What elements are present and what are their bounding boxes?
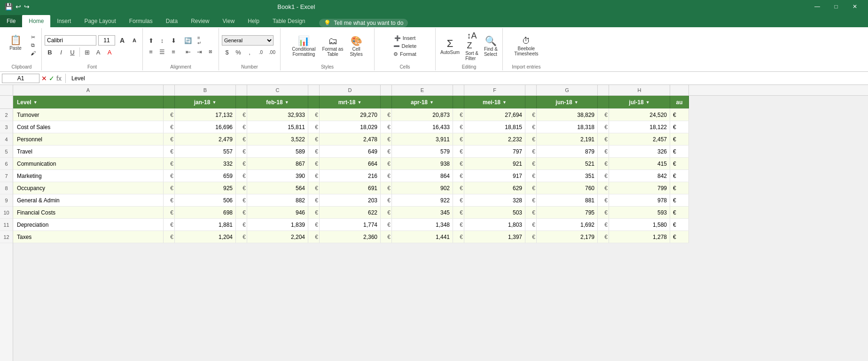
cell-e-6[interactable]: 938 (392, 158, 453, 169)
font-size-input[interactable] (98, 35, 115, 46)
copy-button[interactable]: ⧉ (27, 42, 39, 49)
merge-center-button[interactable]: ⊠ (205, 47, 216, 56)
col-header-h[interactable]: H (609, 85, 670, 95)
cell-f-10[interactable]: 503 (464, 207, 525, 218)
text-angle-button[interactable]: 🔄 (183, 36, 193, 45)
cell-h-8[interactable]: 799 (609, 182, 670, 194)
align-left-button[interactable]: ≡ (146, 47, 156, 56)
cell-f-8[interactable]: 629 (464, 182, 525, 194)
cell-h-4[interactable]: 2,457 (609, 133, 670, 145)
align-top-button[interactable]: ⬆ (146, 36, 156, 45)
cell-d-9[interactable]: 203 (320, 194, 381, 206)
filter-arrow-f[interactable]: ▼ (502, 100, 507, 105)
cell-h-10[interactable]: 593 (609, 207, 670, 218)
close-button[interactable]: ✕ (845, 0, 864, 13)
align-right-button[interactable]: ≡ (168, 47, 179, 56)
cell-e-12[interactable]: 1,441 (392, 231, 453, 243)
undo-icon[interactable]: ↩ (15, 2, 22, 11)
col-header-g[interactable]: G (537, 85, 598, 95)
cell-f-7[interactable]: 917 (464, 170, 525, 182)
cell-c-11[interactable]: 1,839 (247, 219, 308, 230)
cell-c-10[interactable]: 946 (247, 207, 308, 218)
comma-button[interactable]: , (244, 48, 255, 57)
cell-e-10[interactable]: 345 (392, 207, 453, 218)
cell-c-8[interactable]: 564 (247, 182, 308, 194)
cell-b-2[interactable]: 17,132 (175, 109, 236, 121)
cell-e-11[interactable]: 1,348 (392, 219, 453, 230)
cell-c-5[interactable]: 589 (247, 146, 308, 157)
filter-arrow-d[interactable]: ▼ (357, 100, 361, 105)
cell-e-3[interactable]: 16,433 (392, 121, 453, 133)
cut-button[interactable]: ✂ (27, 34, 39, 41)
cell-f-3[interactable]: 18,815 (464, 121, 525, 133)
cell-c-2[interactable]: 32,933 (247, 109, 308, 121)
conditional-formatting-button[interactable]: 📊 ConditionalFormatting (290, 32, 317, 60)
cell-label-11[interactable]: Depreciation (13, 219, 164, 230)
cell-c-3[interactable]: 15,811 (247, 121, 308, 133)
tab-home[interactable]: Home (22, 15, 50, 27)
delete-button[interactable]: ➖ Delete (386, 43, 424, 50)
cell-d-8[interactable]: 691 (320, 182, 381, 194)
border-button[interactable]: ⊞ (82, 47, 92, 57)
cell-g-10[interactable]: 795 (537, 207, 598, 218)
format-as-table-button[interactable]: 🗂 Format asTable (320, 32, 345, 60)
cell-label-12[interactable]: Taxes (13, 231, 164, 243)
increase-decimal-button[interactable]: .00 (267, 48, 277, 57)
cell-e-2[interactable]: 20,873 (392, 109, 453, 121)
cell-e-5[interactable]: 579 (392, 146, 453, 157)
align-middle-button[interactable]: ↕ (157, 36, 167, 45)
cell-g-12[interactable]: 2,179 (537, 231, 598, 243)
cell-g-7[interactable]: 351 (537, 170, 598, 182)
find-select-button[interactable]: 🔍 Find &Select (482, 32, 500, 60)
filter-arrow-a[interactable]: ▼ (33, 100, 38, 105)
format-painter-button[interactable]: 🖌 (27, 50, 39, 56)
tab-review[interactable]: Review (184, 15, 216, 27)
cell-c-9[interactable]: 882 (247, 194, 308, 206)
cell-b-7[interactable]: 659 (175, 170, 236, 182)
filter-arrow-e[interactable]: ▼ (430, 100, 434, 105)
cell-styles-button[interactable]: 🎨 CellStyles (348, 32, 364, 60)
bold-button[interactable]: B (45, 47, 55, 57)
font-name-input[interactable] (45, 35, 96, 46)
cell-f-11[interactable]: 1,803 (464, 219, 525, 230)
cell-reference-input[interactable] (2, 74, 39, 83)
cell-g-3[interactable]: 18,318 (537, 121, 598, 133)
tab-formulas[interactable]: Formulas (123, 15, 159, 27)
italic-button[interactable]: I (56, 47, 66, 57)
cell-f-12[interactable]: 1,397 (464, 231, 525, 243)
cell-c-6[interactable]: 867 (247, 158, 308, 169)
cell-h-2[interactable]: 24,520 (609, 109, 670, 121)
cell-h-5[interactable]: 326 (609, 146, 670, 157)
tab-data[interactable]: Data (159, 15, 184, 27)
cell-b1[interactable]: jan-18 ▼ (175, 96, 236, 108)
cell-e-7[interactable]: 864 (392, 170, 453, 182)
cell-a1[interactable]: Level ▼ (13, 96, 164, 108)
insert-button[interactable]: ➕ Insert (386, 35, 424, 42)
tab-view[interactable]: View (216, 15, 242, 27)
cell-g-8[interactable]: 760 (537, 182, 598, 194)
cell-b-10[interactable]: 698 (175, 207, 236, 218)
currency-button[interactable]: $ (222, 48, 232, 57)
cell-g-2[interactable]: 38,829 (537, 109, 598, 121)
cell-d-12[interactable]: 2,360 (320, 231, 381, 243)
cell-f1[interactable]: mei-18 ▼ (464, 96, 525, 108)
tab-table-design[interactable]: Table Design (266, 15, 312, 27)
cell-g1[interactable]: jun-18 ▼ (537, 96, 598, 108)
cell-b-6[interactable]: 332 (175, 158, 236, 169)
cell-d-5[interactable]: 649 (320, 146, 381, 157)
insert-function-icon[interactable]: fx (56, 75, 62, 82)
cell-label-7[interactable]: Marketing (13, 170, 164, 182)
filter-arrow-b[interactable]: ▼ (212, 100, 216, 105)
tab-insert[interactable]: Insert (50, 15, 78, 27)
cell-h-9[interactable]: 978 (609, 194, 670, 206)
cell-g-4[interactable]: 2,191 (537, 133, 598, 145)
cell-g-6[interactable]: 521 (537, 158, 598, 169)
cell-label-5[interactable]: Travel (13, 146, 164, 157)
confirm-formula-icon[interactable]: ✓ (49, 75, 55, 82)
wrap-text-button[interactable]: ≡↵ (194, 36, 204, 45)
cell-f-6[interactable]: 921 (464, 158, 525, 169)
cell-h-3[interactable]: 18,122 (609, 121, 670, 133)
maximize-button[interactable]: □ (827, 0, 845, 13)
cell-label-8[interactable]: Occupancy (13, 182, 164, 194)
cell-e1[interactable]: apr-18 ▼ (392, 96, 453, 108)
